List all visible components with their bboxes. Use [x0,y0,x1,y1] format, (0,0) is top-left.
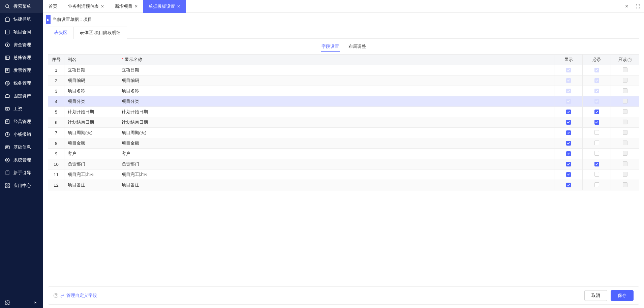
sidebar-item-manage[interactable]: 经营管理 [0,115,43,128]
sidebar-item-system[interactable]: 系统管理 [0,154,43,166]
help-icon[interactable]: ? [54,293,58,298]
checkbox[interactable] [566,130,571,135]
checkbox [566,89,571,93]
close-all-icon[interactable]: ✕ [622,2,631,10]
cell-disp[interactable]: 项目名称 [118,86,554,96]
table-row[interactable]: 12项目备注项目备注 [48,180,639,190]
breadcrumb-label: 当前设置单据： [53,17,83,22]
sidebar-item-guide[interactable]: 新手引导 [0,166,43,179]
custom-field-link[interactable]: 管理自定义字段 [66,292,97,299]
checkbox[interactable] [594,172,599,177]
sidebar-item-info[interactable]: 基础信息 [0,141,43,154]
tab-业务利润预估表[interactable]: 业务利润预估表✕ [63,0,110,13]
cell-disp[interactable]: 项目金额 [118,138,554,149]
cell-col: 项目备注 [64,180,118,190]
sidebar-item-fund[interactable]: 资金管理 [0,38,43,51]
checkbox[interactable] [594,182,599,187]
sidebar-item-label: 经营管理 [13,119,31,125]
footer: ? 管理自定义字段 取消 保存 [48,286,639,305]
close-icon[interactable]: ✕ [101,4,104,9]
chevron-right-icon[interactable]: ▶ [46,15,51,24]
checkbox[interactable] [594,110,599,114]
checkbox [623,67,627,72]
close-icon[interactable]: ✕ [134,4,138,9]
cell-disp[interactable]: 客户 [118,149,554,159]
cell-disp[interactable]: 项目完工比% [118,170,554,180]
checkbox[interactable] [594,141,599,145]
th-show: 显示 [554,55,583,65]
cell-disp[interactable]: 立项日期 [118,65,554,75]
svg-rect-19 [8,186,9,188]
tab-新增项目[interactable]: 新增项目✕ [110,0,143,13]
table-row[interactable]: 1立项日期立项日期 [48,65,639,75]
collapse-icon[interactable] [33,300,38,305]
home-icon [5,17,10,22]
checkbox[interactable] [566,172,571,177]
checkbox[interactable] [566,183,571,187]
cell-disp[interactable]: 项目编码 [118,75,554,86]
checkbox[interactable] [594,151,599,156]
invoice-icon [5,68,10,73]
sidebar-item-contract[interactable]: 项目合同 [0,26,43,38]
table-row[interactable]: 6计划结束日期计划结束日期 [48,117,639,128]
sidebar-item-tax[interactable]: 税税务管理 [0,77,43,90]
cancel-button[interactable]: 取消 [584,290,607,301]
table-row[interactable]: 11项目完工比%项目完工比% [48,170,639,180]
checkbox [623,172,627,177]
sidebar-item-label: 新手引导 [13,170,31,176]
fullscreen-icon[interactable] [634,2,642,10]
svg-rect-16 [5,184,7,185]
checkbox[interactable] [594,120,599,125]
salary-icon [5,106,10,112]
table-row[interactable]: 5计划开始日期计划开始日期 [48,107,639,117]
checkbox[interactable] [566,141,571,146]
cell-disp[interactable]: 项目备注 [118,180,554,190]
table-row[interactable]: 4项目分类项目分类 [48,96,639,107]
sidebar-item-label: 工资 [13,106,22,112]
table-row[interactable]: 9客户客户 [48,149,639,159]
table-row[interactable]: 10负责部门负责部门 [48,159,639,170]
section-tab[interactable]: 表头区 [48,27,74,39]
sidebar-item-label: 小畅报销 [13,131,31,137]
table-row[interactable]: 3项目名称项目名称 [48,86,639,96]
cell-disp[interactable]: 负责部门 [118,159,554,170]
checkbox[interactable] [594,162,599,166]
cell-disp[interactable]: 计划开始日期 [118,107,554,117]
checkbox[interactable] [566,162,571,166]
help-icon[interactable]: ? [627,58,632,62]
section-tab[interactable]: 表体区-项目阶段明细 [73,27,127,39]
cell-disp[interactable]: 项目分类 [118,96,554,107]
guide-icon [5,170,10,176]
cell-disp[interactable]: 项目周期(天) [118,128,554,138]
th-ro: 只读? [611,55,639,65]
sidebar-item-salary[interactable]: 工资 [0,102,43,115]
checkbox[interactable] [566,151,571,156]
sidebar-item-ledger[interactable]: 总账管理 [0,51,43,64]
sidebar-item-invoice[interactable]: 发票管理 [0,64,43,77]
ledger-icon [5,55,10,60]
tax-icon: 税 [5,81,10,86]
tab-首页[interactable]: 首页 [43,0,63,13]
table-row[interactable]: 2项目编码项目编码 [48,75,639,86]
sidebar-item-search[interactable]: 搜索菜单 [0,0,43,13]
sidebar-item-home[interactable]: 快捷导航 [0,13,43,26]
svg-rect-17 [8,184,9,185]
checkbox[interactable] [566,110,571,114]
sidebar-item-label: 发票管理 [13,67,31,73]
table-row[interactable]: 7项目周期(天)项目周期(天) [48,128,639,138]
sub-tab[interactable]: 布局调整 [348,42,367,52]
sidebar-item-report[interactable]: 小畅报销 [0,128,43,141]
gear-icon[interactable] [5,300,10,305]
checkbox[interactable] [594,130,599,135]
cell-disp[interactable]: 计划结束日期 [118,117,554,128]
sub-tab[interactable]: 字段设置 [321,42,340,52]
sidebar-item-app[interactable]: 应用中心 [0,179,43,192]
table-row[interactable]: 8项目金额项目金额 [48,138,639,149]
close-icon[interactable]: ✕ [177,4,180,9]
checkbox[interactable] [566,120,571,125]
tab-单据模板设置[interactable]: 单据模板设置✕ [143,0,186,13]
save-button[interactable]: 保存 [611,290,634,301]
th-disp: 显示名称 [118,55,554,65]
sidebar-item-asset[interactable]: 固定资产 [0,90,43,102]
checkbox [623,141,627,145]
